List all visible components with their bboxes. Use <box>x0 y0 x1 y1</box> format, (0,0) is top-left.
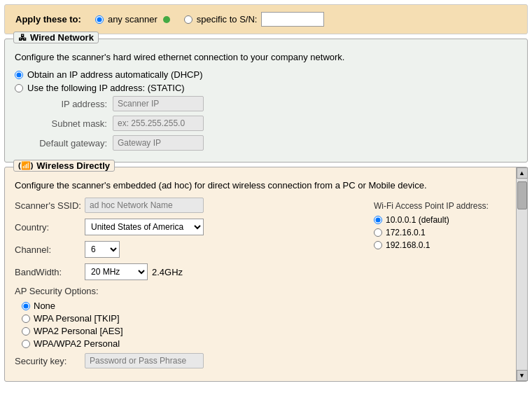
wifi-ap-title: Wi-Fi Access Point IP address: <box>374 201 510 211</box>
country-row: Country: United States of America Canada… <box>15 219 367 235</box>
ap-wpa-label[interactable]: WPA Personal [TKIP] <box>34 313 120 324</box>
static-row: Use the following IP address: (STATIC) <box>15 83 517 93</box>
default-gateway-input[interactable] <box>113 135 204 151</box>
ap-security-label: AP Security Options: <box>15 286 367 296</box>
wifi-ap-box: Wi-Fi Access Point IP address: 10.0.0.1 … <box>374 201 510 250</box>
ap-option-none: None <box>22 301 367 311</box>
bandwidth-row: BandWidth: 20 MHz 40 MHz 2.4GHz <box>15 263 367 280</box>
top-bar: Apply these to: any scanner specific to … <box>4 4 528 34</box>
ip-address-row: IP address: <box>29 96 517 111</box>
static-radio[interactable] <box>15 84 23 92</box>
dhcp-radio[interactable] <box>15 71 23 79</box>
subnet-mask-input[interactable] <box>113 116 204 131</box>
channel-label: Channel: <box>15 244 85 255</box>
bandwidth-select[interactable]: 20 MHz 40 MHz <box>85 263 148 280</box>
any-scanner-radio[interactable] <box>95 15 104 24</box>
wired-network-header: 🖧 Wired Network <box>13 32 99 43</box>
static-label[interactable]: Use the following IP address: (STATIC) <box>27 83 185 93</box>
specific-sn-radio[interactable] <box>184 15 192 24</box>
wifi-ip3-label[interactable]: 192.168.0.1 <box>386 240 430 250</box>
green-dot-icon <box>163 16 170 23</box>
bandwidth-suffix: 2.4GHz <box>152 267 183 277</box>
ap-none-label[interactable]: None <box>34 301 55 311</box>
security-key-row: Security key: <box>15 353 367 368</box>
wifi-ap-option-3: 192.168.0.1 <box>374 240 510 250</box>
country-label: Country: <box>15 222 85 233</box>
ip-address-label: IP address: <box>29 99 113 109</box>
sn-input[interactable] <box>261 12 324 27</box>
wireless-left: Scanner's SSID: Country: United States o… <box>15 198 367 374</box>
ap-option-wpa-wpa2: WPA/WPA2 Personal <box>22 338 367 349</box>
scroll-down-button[interactable]: ▼ <box>517 370 528 381</box>
scroll-thumb[interactable] <box>517 181 527 209</box>
wireless-icon: (📶) <box>18 161 33 170</box>
wired-network-desc: Configure the scanner's hard wired ether… <box>15 52 517 62</box>
bandwidth-controls: 20 MHz 40 MHz 2.4GHz <box>85 263 183 280</box>
wireless-section: (📶) Wireless Directly Configure the scan… <box>4 167 528 382</box>
wired-network-section: 🖧 Wired Network Configure the scanner's … <box>4 39 528 163</box>
ap-none-radio[interactable] <box>22 302 30 310</box>
ap-wpa2-label[interactable]: WPA2 Personal [AES] <box>34 326 123 336</box>
any-scanner-group: any scanner <box>95 14 170 25</box>
specific-sn-label[interactable]: specific to S/N: <box>197 14 258 25</box>
scroll-up-button[interactable]: ▲ <box>517 167 528 179</box>
ssid-label: Scanner's SSID: <box>15 200 85 211</box>
wifi-ip3-radio[interactable] <box>374 241 382 249</box>
specific-sn-group: specific to S/N: <box>184 12 325 27</box>
ap-security-options: None WPA Personal [TKIP] WPA2 Personal [… <box>22 301 367 349</box>
network-icon: 🖧 <box>18 33 27 43</box>
bandwidth-label: BandWidth: <box>15 267 85 277</box>
dhcp-row: Obtain an IP address automatically (DHCP… <box>15 69 517 80</box>
wireless-content: Scanner's SSID: Country: United States o… <box>15 198 510 374</box>
default-gateway-row: Default gateway: <box>29 135 517 151</box>
subnet-mask-row: Subnet mask: <box>29 116 517 131</box>
wifi-ip2-radio[interactable] <box>374 228 382 237</box>
wifi-ip1-radio[interactable] <box>374 216 382 224</box>
wireless-desc: Configure the scanner's embedded (ad hoc… <box>15 180 510 191</box>
ap-option-wpa2: WPA2 Personal [AES] <box>22 326 367 336</box>
wifi-ip2-label[interactable]: 172.16.0.1 <box>386 228 426 237</box>
wireless-title: Wireless Directly <box>36 160 110 171</box>
subnet-mask-label: Subnet mask: <box>29 118 113 129</box>
ssid-row: Scanner's SSID: <box>15 198 367 213</box>
channel-row: Channel: 1 2 3 4 5 6 7 8 9 10 11 <box>15 241 367 258</box>
default-gateway-label: Default gateway: <box>29 138 113 149</box>
wifi-ap-option-2: 172.16.0.1 <box>374 228 510 237</box>
ssid-input[interactable] <box>85 198 204 213</box>
wired-network-title: Wired Network <box>30 32 94 43</box>
ap-wpa-radio[interactable] <box>22 315 30 323</box>
wired-network-body: Configure the scanner's hard wired ether… <box>5 39 527 162</box>
apply-label: Apply these to: <box>15 14 81 25</box>
ap-wpa2-radio[interactable] <box>22 327 30 336</box>
dhcp-label[interactable]: Obtain an IP address automatically (DHCP… <box>27 69 202 80</box>
security-key-input[interactable] <box>85 353 204 368</box>
wifi-ip1-label[interactable]: 10.0.0.1 (default) <box>386 215 449 225</box>
ap-security-section: AP Security Options: None WPA Personal [… <box>15 286 367 349</box>
ip-address-input[interactable] <box>113 96 204 111</box>
scrollbar-track: ▲ ▼ <box>516 167 527 381</box>
country-select[interactable]: United States of America Canada United K… <box>85 219 204 235</box>
security-key-label: Security key: <box>15 356 85 366</box>
ap-wpa-wpa2-radio[interactable] <box>22 340 30 348</box>
wifi-ap-section: Wi-Fi Access Point IP address: 10.0.0.1 … <box>374 198 510 374</box>
wireless-body: Configure the scanner's embedded (ad hoc… <box>5 167 527 381</box>
any-scanner-label[interactable]: any scanner <box>108 14 158 25</box>
wireless-header: (📶) Wireless Directly <box>13 160 115 172</box>
wifi-ap-option-1: 10.0.0.1 (default) <box>374 215 510 225</box>
ap-wpa-wpa2-label[interactable]: WPA/WPA2 Personal <box>34 338 120 349</box>
channel-select[interactable]: 1 2 3 4 5 6 7 8 9 10 11 <box>85 241 120 258</box>
ap-option-wpa: WPA Personal [TKIP] <box>22 313 367 324</box>
